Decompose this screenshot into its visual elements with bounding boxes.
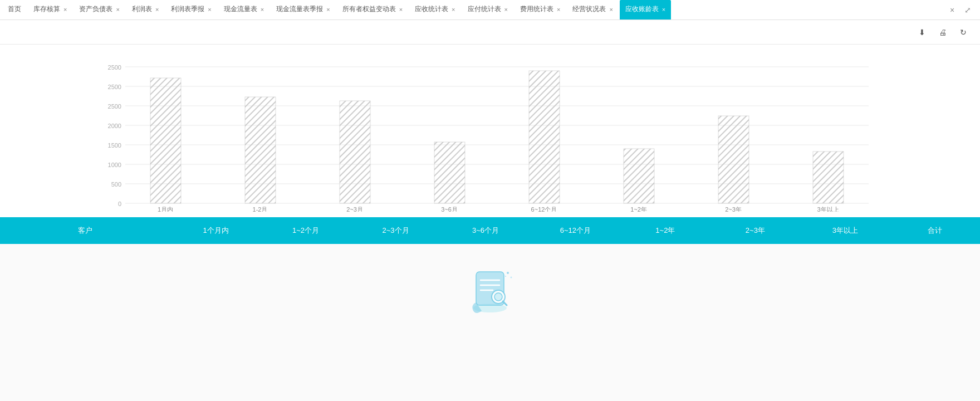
svg-text:2~3月: 2~3月	[346, 206, 363, 212]
tab-close-equity[interactable]: ×	[399, 6, 403, 13]
svg-text:1~2年: 1~2年	[630, 206, 647, 212]
tab-cash-flow-quarterly[interactable]: 现金流量表季报×	[271, 0, 335, 20]
svg-text:3~6月: 3~6月	[441, 206, 458, 212]
svg-text:1月内: 1月内	[158, 206, 173, 212]
table-header-3: 2~3个月	[351, 226, 440, 236]
bar-2-3-year	[718, 116, 749, 203]
svg-text:2500: 2500	[108, 84, 121, 90]
tab-close-cash-flow-quarterly[interactable]: ×	[326, 6, 330, 13]
bar-6-12-month	[529, 71, 560, 203]
svg-point-36	[505, 276, 506, 277]
tab-expense-stat[interactable]: 费用统计表×	[514, 0, 566, 20]
svg-point-32	[494, 293, 502, 301]
tab-bar: 首页库存核算×资产负债表×利润表×利润表季报×现金流量表×现金流量表季报×所有者…	[0, 0, 980, 20]
empty-state	[0, 244, 980, 316]
download-icon: ⬇	[919, 28, 925, 37]
tab-close-operation[interactable]: ×	[609, 6, 612, 13]
tab-equity[interactable]: 所有者权益变动表×	[337, 0, 408, 20]
table-header-4: 3~6个月	[440, 226, 530, 236]
tab-close-ar-aging[interactable]: ×	[662, 6, 665, 13]
svg-text:1500: 1500	[108, 142, 121, 149]
tab-label-ar-aging: 应收账龄表	[625, 4, 659, 14]
tab-ar-aging[interactable]: 应收账龄表×	[620, 0, 671, 20]
tab-label-payable-stat: 应付统计表	[468, 4, 501, 14]
window-controls: × ⤢	[947, 4, 978, 16]
svg-point-34	[507, 272, 509, 274]
tab-operation[interactable]: 经营状况表×	[567, 0, 618, 20]
tab-close-cash-flow[interactable]: ×	[261, 6, 264, 13]
tab-close-inventory[interactable]: ×	[63, 6, 67, 13]
tab-label-home: 首页	[8, 4, 21, 14]
tab-label-cash-flow-quarterly: 现金流量表季报	[276, 4, 323, 14]
table-header-1: 1个月内	[171, 226, 261, 236]
table-header-0: 客户	[0, 226, 171, 236]
bar-1-2-month	[245, 97, 276, 203]
main-content: 0 500 1000 1500 2000 2500 2500 2500	[0, 45, 980, 401]
page-header: ⬇ 🖨 ↻	[0, 20, 980, 45]
tab-payable-stat[interactable]: 应付统计表×	[462, 0, 513, 20]
table-header-5: 6~12个月	[531, 226, 620, 236]
svg-text:2500: 2500	[108, 64, 121, 71]
bar-2-3-month	[340, 101, 370, 203]
maximize-button[interactable]: ⤢	[962, 4, 973, 16]
svg-text:1-2月: 1-2月	[253, 206, 268, 212]
refresh-icon: ↻	[960, 28, 967, 37]
close-button[interactable]: ×	[947, 4, 958, 16]
tab-label-equity: 所有者权益变动表	[342, 4, 396, 14]
svg-text:500: 500	[111, 181, 121, 188]
tab-receivable-stat[interactable]: 应收统计表×	[409, 0, 460, 20]
bar-chart: 0 500 1000 1500 2000 2500 2500 2500	[17, 56, 963, 212]
bar-3plus-year	[813, 151, 844, 203]
svg-point-35	[511, 277, 512, 278]
tab-close-payable-stat[interactable]: ×	[504, 6, 508, 13]
tab-close-balance-sheet[interactable]: ×	[116, 6, 119, 13]
tab-home[interactable]: 首页	[2, 0, 27, 20]
chart-container: 0 500 1000 1500 2000 2500 2500 2500	[17, 56, 963, 212]
tab-label-profit: 利润表	[132, 4, 152, 14]
tab-cash-flow[interactable]: 现金流量表×	[218, 0, 270, 20]
empty-icon	[462, 261, 518, 316]
tab-profit[interactable]: 利润表×	[126, 0, 164, 20]
tab-label-receivable-stat: 应收统计表	[415, 4, 448, 14]
header-actions: ⬇ 🖨 ↻	[919, 28, 969, 37]
table-header: 客户1个月内1~2个月2~3个月3~6个月6~12个月1~2年2~3年3年以上合…	[0, 217, 980, 244]
tab-label-cash-flow: 现金流量表	[224, 4, 257, 14]
bar-1-month	[150, 78, 181, 203]
tab-close-profit-quarterly[interactable]: ×	[208, 6, 211, 13]
tab-inventory[interactable]: 库存核算×	[28, 0, 72, 20]
table-header-7: 2~3年	[710, 226, 800, 236]
tab-balance-sheet[interactable]: 资产负债表×	[74, 0, 125, 20]
table-header-6: 1~2年	[620, 226, 710, 236]
svg-text:2~3年: 2~3年	[725, 206, 742, 212]
table-body	[0, 244, 980, 401]
tab-profit-quarterly[interactable]: 利润表季报×	[165, 0, 217, 20]
svg-text:2000: 2000	[108, 123, 121, 129]
tab-label-inventory: 库存核算	[33, 4, 60, 14]
tab-close-expense-stat[interactable]: ×	[557, 6, 560, 13]
svg-text:6~12个月: 6~12个月	[531, 206, 557, 212]
refresh-button[interactable]: ↻	[960, 28, 969, 37]
table-header-8: 3年以上	[800, 226, 890, 236]
tab-close-profit[interactable]: ×	[155, 6, 159, 13]
print-icon: 🖨	[939, 28, 947, 37]
tab-label-expense-stat: 费用统计表	[520, 4, 553, 14]
svg-text:3年以上: 3年以上	[817, 206, 839, 212]
download-button[interactable]: ⬇	[919, 28, 928, 37]
svg-text:1000: 1000	[108, 162, 121, 168]
table-header-9: 合计	[890, 226, 980, 236]
tab-close-receivable-stat[interactable]: ×	[452, 6, 455, 13]
svg-text:2500: 2500	[108, 103, 121, 110]
chart-area: 0 500 1000 1500 2000 2500 2500 2500	[0, 45, 980, 217]
bar-3-6-month	[434, 142, 465, 203]
table-header-2: 1~2个月	[261, 226, 350, 236]
print-button[interactable]: 🖨	[939, 28, 949, 37]
tab-label-balance-sheet: 资产负债表	[79, 4, 112, 14]
bar-1-2-year	[624, 149, 654, 203]
svg-text:0: 0	[118, 200, 121, 207]
tab-label-profit-quarterly: 利润表季报	[171, 4, 204, 14]
tab-label-operation: 经营状况表	[572, 4, 606, 14]
